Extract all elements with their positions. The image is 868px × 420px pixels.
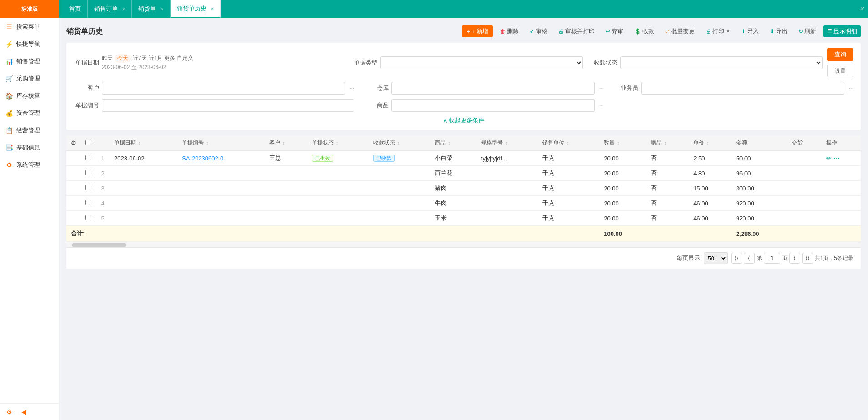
more-action-icon[interactable]: ⋯ [833,155,840,162]
sidebar-item-purchase-mgmt[interactable]: 🛒 采购管理 [0,70,59,87]
batch-change-button[interactable]: ⇌ 批量变更 [662,25,698,37]
show-detail-button[interactable]: ☰ 显示明细 [823,25,861,37]
row-checkbox[interactable] [85,215,91,220]
staff-ellipsis[interactable]: ··· [849,85,853,91]
sidebar-settings-btn[interactable]: ⚙ ◀ [0,404,59,420]
doc-type-select[interactable] [380,56,582,69]
print-icon: 🖨 [706,28,711,35]
row-doc-no[interactable] [177,196,265,211]
tab-sales-order-close[interactable]: × [122,6,125,12]
col-date[interactable]: 单据日期 ↕ [110,135,177,151]
shortcut-today[interactable]: 今天 [115,54,131,63]
scroll-thumb[interactable] [72,243,126,247]
page-last-btn[interactable]: ⟩⟩ [802,253,813,264]
col-spec[interactable]: 规格型号 ↕ [477,135,538,151]
shortcut-7days[interactable]: 近7天 [133,55,147,62]
tab-sales-history-close[interactable]: × [211,6,214,11]
page-prev-btn[interactable]: ⟨ [744,253,755,264]
row-customer [265,196,307,211]
row-checkbox[interactable] [85,155,91,160]
edit-action-icon[interactable]: ✏ [826,155,832,162]
tab-sales-goods[interactable]: 销货单 × [132,0,170,18]
row-checkbox-col[interactable] [81,181,96,196]
col-checkbox[interactable] [81,135,96,151]
collect-button[interactable]: 💲 收款 [631,25,658,37]
col-doc-status[interactable]: 单据状态 ↕ [307,135,369,151]
delete-button[interactable]: 🗑 删除 [497,25,522,37]
row-doc-no[interactable] [177,166,265,181]
query-button[interactable]: 查询 [827,48,853,61]
sidebar-item-finance-mgmt[interactable]: 💰 资金管理 [0,105,59,122]
sort-date-icon: ↕ [138,140,140,145]
collect-status-select[interactable] [620,56,823,69]
warehouse-ellipsis[interactable]: ··· [599,85,604,91]
print-button[interactable]: 🖨 打印 ▼ [702,25,734,37]
sidebar-item-search-menu[interactable]: ☰ 搜索菜单 [0,18,59,35]
abandon-button[interactable]: ↩ 弃审 [602,25,627,37]
row-checkbox[interactable] [85,200,91,205]
col-customer[interactable]: 客户 ↕ [265,135,307,151]
select-all-checkbox[interactable] [85,140,91,145]
new-button[interactable]: + + 新增 [462,25,493,37]
audit-button[interactable]: ✔ 审核 [526,25,551,37]
col-gift[interactable]: 赠品 ↕ [646,135,689,151]
row-amount: 96.00 [732,166,787,181]
sidebar-item-label: 基础信息 [16,144,40,152]
doc-no-link[interactable]: SA-20230602-0 [182,155,223,162]
refresh-button[interactable]: ↻ 刷新 [795,25,820,37]
sidebar-item-quick-nav[interactable]: ⚡ 快捷导航 [0,35,59,53]
col-doc-no[interactable]: 单据编号 ↕ [177,135,265,151]
goods-ellipsis[interactable]: ··· [599,102,604,109]
col-gear[interactable]: ⚙ [66,135,81,151]
sidebar-item-system-mgmt[interactable]: ⚙ 系统管理 [0,156,59,174]
per-page-select[interactable]: 50 100 [704,252,728,264]
audit-print-button[interactable]: 🖨 审核并打印 [555,25,598,37]
col-unit[interactable]: 销售单位 ↕ [538,135,599,151]
sidebar-item-operations-mgmt[interactable]: 📋 经营管理 [0,122,59,139]
close-all-tabs-btn[interactable]: × [860,5,864,13]
tab-sales-goods-close[interactable]: × [161,6,163,12]
row-checkbox-col[interactable] [81,196,96,211]
tab-sales-order[interactable]: 销售订单 × [88,0,132,18]
goods-input[interactable] [391,99,595,112]
customer-input[interactable] [102,82,345,95]
page-next-btn[interactable]: ⟩ [789,253,800,264]
row-doc-status [307,211,369,226]
shortcut-more[interactable]: 更多 [164,55,175,62]
page-number-input[interactable] [764,253,780,264]
row-doc-no[interactable] [177,211,265,226]
row-checkbox-col[interactable] [81,166,96,181]
col-goods[interactable]: 商品 ↕ [430,135,477,151]
col-collect-status[interactable]: 收款状态 ↕ [369,135,430,151]
collapse-button[interactable]: ∧ 收起更多条件 [443,116,484,125]
shortcut-1month[interactable]: 近1月 [149,55,163,62]
sidebar-item-sales-mgmt[interactable]: 📊 销售管理 [0,53,59,70]
row-gear-col [66,196,81,211]
export-icon: ⬇ [770,28,774,35]
filter-setting-button[interactable]: 设置 [827,65,853,77]
staff-input[interactable] [641,82,844,95]
sort-docno-icon: ↕ [206,140,209,145]
horizontal-scroll-bar[interactable] [66,242,861,247]
warehouse-input[interactable] [391,82,595,95]
row-checkbox[interactable] [85,170,91,175]
page-first-btn[interactable]: ⟨⟨ [731,253,742,264]
doc-no-input[interactable] [102,99,354,112]
tab-home[interactable]: 首页 [63,0,88,18]
col-price[interactable]: 单价 ↕ [689,135,732,151]
sort-gift-icon: ↕ [664,140,667,145]
shortcut-custom[interactable]: 自定义 [177,55,193,62]
sidebar-item-inventory[interactable]: 🏠 库存核算 [0,87,59,105]
tab-sales-history[interactable]: 销货单历史 × [171,0,221,18]
row-checkbox-col[interactable] [81,211,96,226]
shortcut-yesterday[interactable]: 昨天 [102,55,113,62]
sidebar-item-basic-info[interactable]: 📑 基础信息 [0,139,59,156]
row-doc-no[interactable] [177,181,265,196]
row-checkbox-col[interactable] [81,151,96,166]
import-button[interactable]: ⬆ 导入 [738,25,763,37]
export-button[interactable]: ⬇ 导出 [766,25,791,37]
row-doc-no[interactable]: SA-20230602-0 [177,151,265,166]
col-qty[interactable]: 数量 ↕ [599,135,646,151]
customer-ellipsis[interactable]: ··· [350,85,354,91]
row-checkbox[interactable] [85,185,91,190]
